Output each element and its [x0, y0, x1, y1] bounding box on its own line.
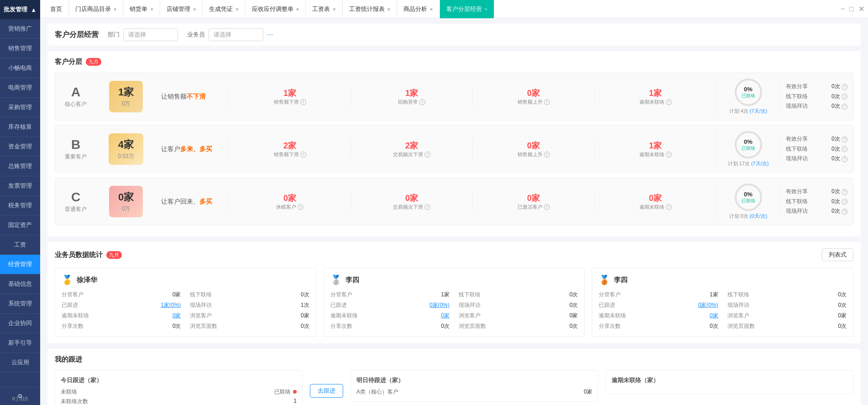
sidebar: 批发管理 ▲ 营销推广销售管理小畅电商电商管理采购管理库存核算资金管理总账管理发…: [0, 0, 40, 405]
sidebar-header[interactable]: 批发管理 ▲: [0, 0, 40, 19]
staff-medal-icon: 🥈: [330, 274, 342, 285]
goto-follow-button[interactable]: 去跟进: [310, 384, 343, 398]
tab-close-btn-生成凭证[interactable]: ×: [235, 6, 238, 12]
tier-count-C: 0家 0万: [96, 186, 156, 217]
overdue-follow-card: 逾期未联络（家）: [606, 370, 853, 394]
staff-stat-row: 浏览页面数 0次: [190, 322, 309, 330]
biz-section: 业务员数据统计 九月 列表式 🥇 徐泽华 分管客户 0家 线下联络 0次 已跟进…: [47, 242, 861, 343]
tab-客户分层经营[interactable]: 客户分层经营×: [440, 0, 494, 18]
sidebar-item-总账管理[interactable]: 总账管理: [0, 157, 40, 176]
staff-stats-grid: 分管客户 1家 线下联络 0次 已跟进 0家(0%) 现场拜访 0次 逾期未联络…: [599, 291, 847, 330]
tier-stat-item: 1家 逾期未联络 ?: [594, 138, 716, 160]
tab-商品分析[interactable]: 商品分析×: [397, 0, 439, 18]
staff-name: 李四: [345, 276, 359, 284]
staff-stat-row: 分享次数 0次: [599, 322, 718, 330]
staff-cards: 🥇 徐泽华 分管客户 0家 线下联络 0次 已跟进 1家(0%) 现场拜访 1次…: [55, 268, 853, 337]
biz-header: 业务员数据统计 九月 列表式: [55, 248, 853, 261]
tier-right-stats-A: 有效分享 0次 ? 线下联络 0次 ? 现场拜访 0次 ?: [780, 82, 853, 111]
contact-circle: 0% 已联络: [735, 184, 762, 211]
staff-stat-row: 分管客户 1家: [330, 291, 450, 299]
sidebar-item-资金管理[interactable]: 资金管理: [0, 137, 40, 157]
tab-maximize-icon[interactable]: □: [849, 5, 854, 13]
dept-select[interactable]: 请选择: [123, 28, 178, 41]
sidebar-item-固定资产[interactable]: 固定资产: [0, 216, 40, 235]
customer-section-title: 客户分层: [55, 58, 82, 66]
tab-close-btn-应收应付调整单[interactable]: ×: [296, 6, 299, 12]
sidebar-item-基础信息[interactable]: 基础信息: [0, 274, 40, 294]
list-view-button[interactable]: 列表式: [822, 248, 853, 261]
staff-card-李四: 🥈 李四 分管客户 1家 线下联络 0次 已跟进 0家(0%) 现场拜访 0次 …: [324, 268, 585, 337]
tab-minimize-icon[interactable]: −: [841, 5, 845, 13]
more-options-icon[interactable]: ···: [267, 31, 273, 39]
tier-stat-item: 2家 交易频次下滑 ?: [350, 138, 472, 160]
tab-工资统计报表[interactable]: 工资统计报表×: [343, 0, 397, 18]
tier-row-A: A 核心客户 1家 0万 让销售额不下滑 1家 销售额下滑 ? 1家 回购异常 …: [55, 73, 853, 121]
today-follow-row1: 未联络 已联络: [61, 388, 297, 396]
tomorrow-follow-title: 明日待跟进（家）: [356, 376, 592, 384]
staff-card-李四: 🥉 李四 分管客户 1家 线下联络 0次 已跟进 0家(0%) 现场拜访 0次 …: [592, 268, 853, 337]
tier-stat-item: 0家 逾期未联络 ?: [594, 191, 716, 212]
tab-生成凭证[interactable]: 生成凭证×: [203, 0, 245, 18]
tab-close-btn-门店商品目录[interactable]: ×: [114, 6, 116, 12]
tier-stat-item: 0家 休眠客户 ?: [229, 191, 350, 212]
sidebar-item-电商管理[interactable]: 电商管理: [0, 78, 40, 98]
tab-店铺管理[interactable]: 店铺管理×: [160, 0, 203, 18]
tab-bar: 首页门店商品目录×销货单×店铺管理×生成凭证×应收应付调整单×工资表×工资统计报…: [40, 0, 868, 18]
staff-card-徐泽华: 🥇 徐泽华 分管客户 0家 线下联络 0次 已跟进 1家(0%) 现场拜访 1次…: [55, 268, 316, 337]
sidebar-item-工资[interactable]: 工资: [0, 235, 40, 255]
sidebar-item-发票管理[interactable]: 发票管理: [0, 176, 40, 196]
tab-应收应付调整单[interactable]: 应收应付调整单×: [246, 0, 306, 18]
staff-stat-row: 现场拜访 0次: [459, 301, 578, 309]
sidebar-item-经营管理[interactable]: 经营管理: [0, 255, 40, 274]
sidebar-toggle-icon[interactable]: ▲: [31, 6, 37, 13]
sidebar-item-营销推广[interactable]: 营销推广: [0, 19, 40, 39]
staff-stat-row: 逾期未联络 0家: [599, 312, 718, 320]
staff-select[interactable]: 请选择: [209, 28, 263, 41]
tab-close-btn-店铺管理[interactable]: ×: [193, 6, 196, 12]
sidebar-item-小畅电商[interactable]: 小畅电商: [0, 58, 40, 78]
content-area: 客户分层经营 部门 请选择 业务员 请选择 ··· 客户分层 九月: [40, 18, 868, 405]
sidebar-item-系统管理[interactable]: 系统管理: [0, 294, 40, 314]
tab-门店商品目录[interactable]: 门店商品目录×: [69, 0, 123, 18]
sidebar-item-新手引导[interactable]: 新手引导: [0, 333, 40, 353]
follow-title: 我的跟进: [55, 355, 82, 364]
staff-stat-row: 现场拜访 0次: [727, 301, 847, 309]
tab-close-btn-工资表[interactable]: ×: [333, 6, 335, 12]
tier-slogan-B: 让客户多来、多买: [156, 145, 229, 153]
staff-stat-row: 浏览页面数 0次: [459, 322, 578, 330]
contact-circle: 0% 已联络: [735, 131, 762, 158]
staff-stat-row: 浏览页面数 0次: [727, 322, 847, 330]
staff-stat-row: 逾期未联络 0家: [62, 312, 181, 320]
tier-stats-C: 0家 休眠客户 ? 0家 交易频次下滑 ? 0家 已激活客户 ? 0家 逾期未联…: [229, 191, 716, 212]
sidebar-item-税务管理[interactable]: 税务管理: [0, 196, 40, 216]
tier-slogan-C: 让客户回来、多买: [156, 198, 229, 206]
biz-title: 业务员数据统计: [55, 251, 103, 259]
staff-stat-row: 已跟进 1家(0%): [62, 301, 181, 309]
staff-label: 业务员: [187, 31, 205, 39]
sidebar-item-库存核算[interactable]: 库存核算: [0, 117, 40, 137]
tab-close-btn-商品分析[interactable]: ×: [430, 6, 433, 12]
tab-close-btn-工资统计报表[interactable]: ×: [387, 6, 390, 12]
sidebar-item-销售管理[interactable]: 销售管理: [0, 39, 40, 58]
staff-medal-icon: 🥉: [599, 274, 610, 285]
sidebar-item-采购管理[interactable]: 采购管理: [0, 98, 40, 117]
staff-name: 徐泽华: [77, 276, 97, 284]
dept-label: 部门: [108, 31, 120, 39]
staff-stats-grid: 分管客户 0家 线下联络 0次 已跟进 1家(0%) 现场拜访 1次 逾期未联络…: [62, 291, 309, 330]
tab-销货单[interactable]: 销货单×: [123, 0, 160, 18]
tier-stat-item: 0家 交易频次下滑 ?: [350, 191, 472, 212]
tier-stat-item: 1家 逾期未联络 ?: [594, 86, 716, 107]
tab-bar-end: − □ ✕: [841, 5, 864, 13]
today-follow-card: 今日跟进（家） 未联络 已联络 未联络次数 1: [55, 370, 303, 405]
tab-close-btn-客户分层经营[interactable]: ×: [485, 6, 487, 12]
tab-工资表[interactable]: 工资表×: [306, 0, 342, 18]
tier-count-B: 4家 0.53万: [96, 133, 156, 165]
staff-stats-grid: 分管客户 1家 线下联络 0次 已跟进 0家(0%) 现场拜访 0次 逾期未联络…: [330, 291, 578, 330]
sidebar-item-企业协同[interactable]: 企业协同: [0, 314, 40, 333]
tab-close-icon[interactable]: ✕: [858, 5, 864, 13]
sidebar-item-云应用[interactable]: 云应用: [0, 353, 40, 373]
tab-close-btn-销货单[interactable]: ×: [150, 6, 153, 12]
dept-filter: 部门 请选择: [108, 28, 178, 41]
tier-stat-item: 0家 销售额上升 ?: [472, 138, 594, 160]
tab-首页[interactable]: 首页: [44, 0, 69, 18]
